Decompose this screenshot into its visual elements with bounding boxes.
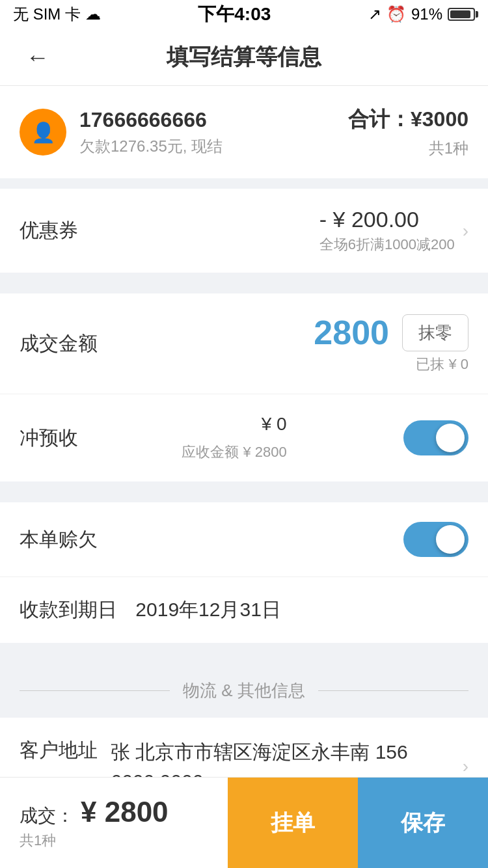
debit-toggle[interactable]	[403, 522, 468, 557]
amount-row: 成交金额 2800 抹零 已抹 ¥ 0	[0, 293, 488, 394]
total-value: ¥3000	[411, 107, 468, 131]
save-button[interactable]: 保存	[358, 778, 488, 868]
back-button[interactable]: ←	[20, 37, 56, 77]
prepay-row: 冲预收 ¥ 0 应收金额 ¥ 2800	[0, 394, 488, 481]
logistics-line-right	[318, 690, 468, 691]
coupon-chevron-icon: ›	[463, 221, 468, 241]
logistics-text: 物流 & 其他信息	[183, 679, 305, 702]
amount-value: 2800	[314, 313, 389, 352]
bottom-buttons: 挂单 保存	[228, 778, 488, 868]
customer-card: 👤 17666666666 欠款1276.35元, 现结 合计：¥3000 共1…	[0, 86, 488, 178]
battery-icon	[448, 8, 475, 21]
hang-button[interactable]: 挂单	[228, 778, 358, 868]
prepay-right: ¥ 0 应收金额 ¥ 2800	[182, 414, 286, 462]
total-count: 共1种	[348, 138, 468, 159]
amount-section: 成交金额 2800 抹零 已抹 ¥ 0 冲预收 ¥ 0 应收金额 ¥ 2800	[0, 293, 488, 481]
status-bar: 无 SIM 卡 ☁ 下午4:03 ↗ ⏰ 91%	[0, 0, 488, 29]
logistics-line-left	[20, 690, 170, 691]
address-label: 客户地址	[20, 737, 98, 764]
prepay-toggle[interactable]	[403, 420, 468, 455]
battery-percent: 91%	[411, 5, 442, 23]
section-divider-1	[0, 283, 488, 293]
total-price: 合计：¥3000	[348, 105, 468, 134]
debit-toggle-knob	[436, 525, 465, 554]
coupon-info: - ¥ 200.00 全场6折满1000减200	[319, 207, 455, 254]
bottom-price-row: 成交： ¥ 2800	[20, 796, 208, 828]
prepay-label: 冲预收	[20, 425, 78, 452]
due-date-value: 2019年12月31日	[135, 599, 280, 620]
nav-bar: ← 填写结算等信息	[0, 29, 488, 86]
due-date-label: 收款到期日	[20, 599, 117, 620]
toggle-knob	[436, 424, 465, 452]
debit-label: 本单赊欠	[20, 526, 98, 553]
avatar-icon: 👤	[31, 121, 55, 144]
alarm-icon: ⏰	[386, 5, 406, 23]
status-time: 下午4:03	[198, 2, 271, 27]
customer-phone: 17666666666	[79, 108, 223, 132]
debit-row: 本单赊欠	[0, 502, 488, 576]
bottom-info: 成交： ¥ 2800 共1种	[0, 796, 228, 850]
prepay-sub: 应收金额 ¥ 2800	[182, 442, 286, 462]
coupon-amount: - ¥ 200.00	[319, 207, 455, 232]
main-content: 👤 17666666666 欠款1276.35元, 现结 合计：¥3000 共1…	[0, 86, 488, 868]
prepay-label-group: 冲预收	[20, 425, 78, 452]
customer-left: 👤 17666666666 欠款1276.35元, 现结	[20, 108, 223, 157]
customer-info: 17666666666 欠款1276.35元, 现结	[79, 108, 223, 157]
due-date-row: 收款到期日 2019年12月31日	[0, 576, 488, 643]
page-title: 填写结算等信息	[167, 42, 321, 72]
total-label: 合计：	[348, 107, 411, 131]
section-divider-2	[0, 492, 488, 502]
round-button[interactable]: 抹零	[402, 314, 468, 351]
address-chevron-icon: ›	[463, 756, 468, 777]
section-divider-3	[0, 653, 488, 664]
coupon-desc: 全场6折满1000减200	[319, 235, 455, 254]
amount-right: 2800 抹零	[314, 313, 468, 352]
logistics-header: 物流 & 其他信息	[0, 664, 488, 718]
bottom-price: ¥ 2800	[81, 796, 169, 828]
bottom-bar: 成交： ¥ 2800 共1种 挂单 保存	[0, 777, 488, 868]
bottom-count: 共1种	[20, 831, 208, 850]
status-right: ↗ ⏰ 91%	[368, 5, 475, 23]
location-icon: ↗	[368, 5, 381, 23]
debit-section: 本单赊欠 收款到期日 2019年12月31日	[0, 502, 488, 643]
customer-total: 合计：¥3000 共1种	[348, 105, 468, 159]
coupon-label: 优惠券	[20, 217, 78, 244]
bottom-label: 成交：	[20, 804, 74, 828]
sim-status: 无 SIM 卡 ☁	[13, 4, 101, 25]
avatar: 👤	[20, 109, 66, 156]
status-left: 无 SIM 卡 ☁	[13, 4, 101, 25]
customer-sub: 欠款1276.35元, 现结	[79, 136, 223, 157]
amount-label: 成交金额	[20, 331, 98, 357]
prepay-value: ¥ 0	[262, 414, 287, 435]
coupon-right: - ¥ 200.00 全场6折满1000减200 ›	[319, 207, 468, 254]
amount-sub: 已抹 ¥ 0	[416, 355, 468, 374]
coupon-row[interactable]: 优惠券 - ¥ 200.00 全场6折满1000减200 ›	[0, 189, 488, 273]
